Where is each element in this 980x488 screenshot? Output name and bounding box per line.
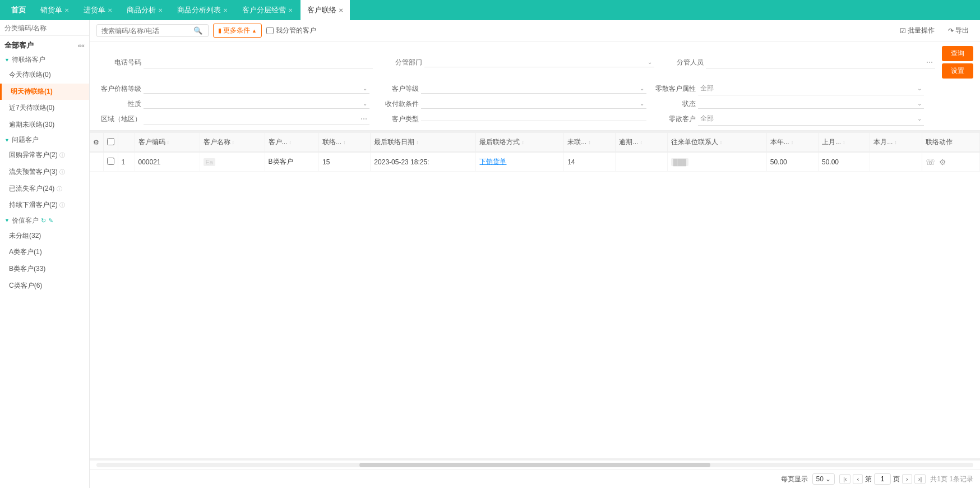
nav-goods-analysis-list[interactable]: 商品分析列表 ✕ [170,0,234,20]
last-contact-method-link[interactable]: 下销货单 [479,158,506,165]
refresh-icon[interactable]: ↻ [41,217,46,224]
my-customers-checkbox[interactable] [266,27,274,34]
last-page-button[interactable]: ›| [914,474,926,484]
export-button[interactable]: ↷ 导出 [944,24,973,37]
my-customers-checkbox-area[interactable]: 我分管的客户 [266,26,316,35]
sidebar-item-repeated-abnormal[interactable]: 回购异常客户(2) ⓘ [0,147,89,164]
th-unit-contact[interactable]: 往来单位联系人 ↕ [667,133,766,152]
person-dots-icon[interactable]: ⋯ [926,58,933,66]
sidebar-item-tomorrow-contact[interactable]: 明天待联络(1) [0,84,89,100]
person-select[interactable]: ⋯ [706,57,935,68]
nav-customer-contact[interactable]: 客户联络 ✕ [301,0,350,20]
td-last-contact-date: 2023-05-23 18:25: [371,152,476,172]
phone-input[interactable] [144,57,373,68]
retail-attr-select[interactable]: 全部 ⌄ [698,82,924,95]
th-name[interactable]: 客户名称 ↕ [200,133,265,152]
sidebar-item-ungrouped[interactable]: 未分组(32) [0,228,89,245]
dept-select[interactable]: ⌄ [424,57,654,67]
th-last-contact-method[interactable]: 最后联络方式 ↕ [476,133,564,152]
more-action-icon[interactable]: ⚙ [939,158,946,167]
sidebar-item-already-lost[interactable]: 已流失客户(24) ⓘ [0,181,89,197]
th-overdue[interactable]: 逾期... ↕ [616,133,667,152]
td-type: B类客户 [265,152,319,172]
th-num [118,133,135,152]
filter-row-2: 客户价格等级 ⌄ 客户等级 ⌄ 零散客户属性 全部 [96,82,973,95]
td-check[interactable] [103,152,118,172]
filter-search-icon[interactable]: 🔍 [193,26,202,35]
filter-row-4: 区域（地区） ⋯ 客户类型 零散客户 全部 ⌄ [96,112,973,126]
close-sales-tab[interactable]: ✕ [64,7,69,13]
nav-goods-analysis[interactable]: 商品分析 ✕ [120,0,169,20]
phone-filter-cell: 电话号码 [96,57,373,68]
sidebar-item-today-contact[interactable]: 今天待联络(0) [0,67,89,84]
per-page-label: 每页显示 [781,475,808,484]
next-page-button[interactable]: › [902,474,912,484]
batch-ops-button[interactable]: ☑ 批量操作 [895,24,939,37]
sidebar-item-class-a[interactable]: A类客户(1) [0,244,89,261]
scrollbar-thumb[interactable] [359,463,710,467]
first-page-button[interactable]: |‹ [839,474,851,484]
data-table-container: ⚙ 客户编码 ↕ [90,133,980,458]
prev-page-button[interactable]: ‹ [853,474,863,484]
settings-button[interactable]: 设置 [942,63,973,79]
more-conditions-button[interactable]: ▮ 更多条件 ▲ [213,24,262,38]
all-customers-label: 全部客户 [4,40,34,50]
retail-customer-chevron-icon: ⌄ [917,116,922,122]
th-type[interactable]: 客户... ↕ [265,133,319,152]
collapse-sidebar-icon[interactable]: «« [78,42,85,49]
edit-icon[interactable]: ✎ [48,217,53,224]
region-select[interactable]: ⋯ [144,113,369,125]
td-num: 1 [118,152,135,172]
sidebar-item-overdue-contact[interactable]: 逾期未联络(30) [0,117,89,133]
th-no-contact[interactable]: 未联... ↕ [564,133,616,152]
filter-icon: ▮ [218,27,221,34]
th-last-contact-date[interactable]: 最后联络日期 ↕ [371,133,476,152]
price-level-select[interactable]: ⌄ [144,84,369,94]
select-all-checkbox[interactable] [107,138,114,145]
sidebar-item-class-c[interactable]: C类客户(6) [0,278,89,294]
sidebar-item-week-contact[interactable]: 近7天待联络(0) [0,100,89,117]
customer-type-select[interactable] [421,117,647,121]
customer-level-label: 客户等级 [374,84,419,94]
close-customer-contact-tab[interactable]: ✕ [339,7,343,13]
close-goods-analysis-tab[interactable]: ✕ [158,7,163,13]
close-purchase-tab[interactable]: ✕ [108,7,112,13]
row-checkbox[interactable] [107,158,114,165]
status-label: 状态 [651,99,696,109]
payment-select[interactable]: ⌄ [421,99,647,109]
sidebar-item-class-b[interactable]: B类客户(33) [0,261,89,278]
th-check[interactable] [103,133,118,152]
th-contacts[interactable]: 联络... ↕ [319,133,371,152]
help-icon-declining: ⓘ [59,202,65,208]
th-this-month[interactable]: 本月... ↕ [870,133,922,152]
query-button[interactable]: 查询 [942,46,973,61]
dept-label: 分管部门 [377,58,422,67]
nav-customer-segment[interactable]: 客户分层经营 ✕ [235,0,299,20]
sidebar-search-input[interactable] [4,24,89,32]
region-dots-icon[interactable]: ⋯ [360,115,367,123]
th-gear[interactable]: ⚙ [90,133,103,152]
status-select[interactable]: ⌄ [698,99,924,109]
nav-purchase[interactable]: 进货单 ✕ [77,0,119,20]
sidebar-item-declining[interactable]: 持续下滑客户(2) ⓘ [0,197,89,214]
close-customer-segment-tab[interactable]: ✕ [288,7,293,13]
gender-select[interactable]: ⌄ [144,99,369,109]
nav-sales[interactable]: 销货单 ✕ [34,0,76,20]
gear-icon[interactable]: ⚙ [93,139,99,146]
page-size-selector[interactable]: 50 ⌄ [812,473,835,485]
td-action: ☏ ⚙ [922,152,979,172]
td-last-month: 50.00 [819,152,870,172]
help-icon-lost-risk: ⓘ [59,169,65,175]
sidebar-item-lost-risk[interactable]: 流失预警客户(3) ⓘ [0,164,89,181]
nav-home[interactable]: 首页 [4,0,33,20]
filter-search-input[interactable] [101,27,191,35]
horizontal-scrollbar[interactable] [96,463,973,467]
th-code[interactable]: 客户编码 ↕ [135,133,200,152]
th-year-amount[interactable]: 本年... ↕ [766,133,818,152]
page-number-input[interactable] [874,473,891,485]
customer-level-select[interactable]: ⌄ [421,84,647,94]
th-last-month[interactable]: 上月... ↕ [819,133,870,152]
close-goods-analysis-list-tab[interactable]: ✕ [223,7,228,13]
retail-customer-select[interactable]: 全部 ⌄ [698,112,924,126]
phone-action-icon[interactable]: ☏ [926,158,936,167]
